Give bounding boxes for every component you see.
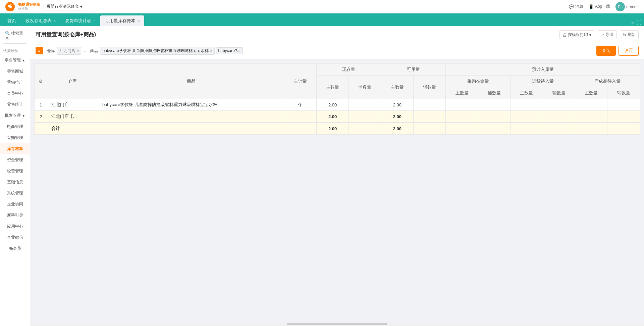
row2-available-main: 2.00 <box>381 111 413 123</box>
footer-product-aux <box>607 123 640 135</box>
topbar-right: 💬 消息 📱 App下载 Ea demo2 <box>569 2 639 11</box>
message-btn[interactable]: 💬 消息 <box>569 4 583 9</box>
export-icon: ↗ <box>601 33 604 37</box>
sidebar-item-ecommerce-mgmt[interactable]: 电商管理 <box>0 121 30 132</box>
sidebar-item-vip-member[interactable]: 畅会员 <box>0 243 30 254</box>
tab-receipt-summary-close[interactable]: × <box>54 19 56 23</box>
th-current-aux: 辅数量 <box>349 76 381 99</box>
settings-btn[interactable]: 设置 <box>619 46 639 56</box>
footer-product-main <box>575 123 607 135</box>
sidebar-item-enterprise-collab[interactable]: 企业协同 <box>0 199 30 210</box>
row2-current-main: 2.00 <box>316 111 348 123</box>
sidebar-item-operation-mgmt[interactable]: 经营管理 <box>0 166 30 177</box>
row2-inbound-aux <box>543 111 575 123</box>
row2-inbound-main <box>511 111 543 123</box>
th-current-main: 主数量 <box>316 76 348 99</box>
sidebar-item-inventory-check[interactable]: 库存核算 <box>0 143 30 154</box>
tab-available-stock-label: 可用量库存账本 <box>105 18 136 24</box>
table-header-row-1: ⚙ 仓库 商品 主计量 现存量 <box>35 64 640 76</box>
close-all-tabs-btn[interactable]: × <box>631 20 634 26</box>
quick-nav-label: 快捷导航 <box>0 46 30 55</box>
footer-purchase-aux <box>478 123 510 135</box>
row1-inbound-main <box>511 99 543 111</box>
search-menu-btn[interactable]: 🔍 搜索菜单 <box>3 29 27 44</box>
th-settings: ⚙ <box>35 64 47 99</box>
row1-purchase-main <box>446 99 478 111</box>
table-area: ⚙ 仓库 商品 主计量 现存量 <box>30 59 644 323</box>
tab-available-stock[interactable]: 可用量库存账本 × <box>100 15 144 26</box>
tab-receipt-summary-label: 收发存汇总表 <box>25 18 52 24</box>
sidebar-item-retail-mgmt[interactable]: 零售管理 ▲ <box>0 55 30 66</box>
industry-select[interactable]: 母婴行业演示账套 ▾ <box>44 3 85 10</box>
tab-order-stats[interactable]: 要货单统计表 × <box>60 15 100 26</box>
th-planned-inbound: 预计入库量 <box>446 64 640 76</box>
product-filter-label: 商品 <box>90 48 98 54</box>
warehouse-filter-label: 仓库 <box>47 48 55 54</box>
warehouse-more-btn[interactable]: ... <box>83 48 86 53</box>
th-available-main: 主数量 <box>381 76 413 99</box>
settings-icon[interactable]: ⚙ <box>39 79 43 84</box>
sidebar-item-member-center[interactable]: 会员中心 <box>0 88 30 99</box>
row1-inbound-aux <box>543 99 575 111</box>
refresh-btn[interactable]: ↻ 刷新 <box>620 30 639 39</box>
fullscreen-btn[interactable]: ⛶ <box>637 20 641 26</box>
horizontal-scrollbar[interactable] <box>30 323 644 326</box>
product-tags: babycare学饮杯 儿童防摔防撞吸管杯重力球吸嘴杯宝宝水杯 × babyca… <box>100 47 243 55</box>
export-btn[interactable]: ↗ 导出 <box>598 30 616 39</box>
th-inbound-pending: 进货待入量 <box>511 76 575 87</box>
sidebar-item-marketing[interactable]: 营销推广 <box>0 77 30 88</box>
product-tag-babycare[interactable]: babycare学饮杯 儿童防摔防撞吸管杯重力球吸嘴杯宝宝水杯 × <box>100 47 214 55</box>
chevron-down-icon: ▾ <box>589 33 591 37</box>
app-download-btn[interactable]: 📱 App下载 <box>589 4 610 9</box>
sidebar-item-retail-mall[interactable]: 零售商城 <box>0 66 30 77</box>
phone-icon: 📱 <box>589 4 594 9</box>
sidebar-item-app-center[interactable]: 应用中心 <box>0 221 30 232</box>
query-btn[interactable]: 查询 <box>596 46 616 56</box>
row1-index: 1 <box>35 99 47 111</box>
footer-label: 合计 <box>47 123 317 135</box>
scroll-thumb[interactable] <box>287 323 387 325</box>
page-title: 可用量查询(按仓库+商品) <box>36 31 96 38</box>
sidebar-item-finance-mgmt[interactable]: 资金管理 <box>0 154 30 166</box>
row2-index: 2 <box>35 111 47 123</box>
sidebar-item-purchase-mgmt[interactable]: 采购管理 <box>0 132 30 143</box>
tab-available-stock-close[interactable]: × <box>138 19 140 23</box>
sidebar-item-basic-info[interactable]: 基础信息 <box>0 177 30 188</box>
product-tag-babycare2[interactable]: babycare?... <box>216 47 243 54</box>
content-area: 可用量查询(按仓库+商品) 🖨 按模板打印 ▾ ↗ 导出 ↻ 刷新 <box>30 26 644 326</box>
tabbar: 首页 收发存汇总表 × 要货单统计表 × 可用量库存账本 × × ⛶ <box>0 13 644 26</box>
sidebar-item-system-mgmt[interactable]: 系统管理 <box>0 188 30 199</box>
row1-product: babycare学饮杯 儿童防摔防撞吸管杯重力球吸嘴杯宝宝水杯 <box>98 99 284 111</box>
data-table: ⚙ 仓库 商品 主计量 现存量 <box>34 63 640 135</box>
row2-unit <box>284 111 316 123</box>
warehouse-tag-close[interactable]: × <box>77 49 79 53</box>
tab-receipt-summary[interactable]: 收发存汇总表 × <box>21 15 60 26</box>
footer-current-aux <box>349 123 381 135</box>
user-area[interactable]: Ea demo2 <box>615 2 639 11</box>
sidebar-item-wholesale-mgmt[interactable]: 批发管理 ▼ <box>0 110 30 121</box>
th-inbound-aux: 辅数量 <box>543 87 575 99</box>
sidebar-item-retail-stats[interactable]: 零售统计 <box>0 99 30 110</box>
sidebar-search-area: 🔍 搜索菜单 <box>0 26 30 46</box>
table-footer-row: 合计 2.00 2.00 <box>35 123 640 135</box>
row2-product-aux <box>607 111 640 123</box>
printer-icon: 🖨 <box>562 33 567 37</box>
sidebar-item-new-guide[interactable]: 新手引导 <box>0 210 30 221</box>
print-template-btn[interactable]: 🖨 按模板打印 ▾ <box>559 30 594 39</box>
product-tag-babycare-close[interactable]: × <box>210 49 212 53</box>
app-name-line2: 标准版 <box>18 7 40 11</box>
row2-product-main <box>575 111 607 123</box>
row2-current-aux <box>349 111 381 123</box>
tab-home[interactable]: 首页 <box>3 15 21 26</box>
th-product-pending: 产成品待入量 <box>575 76 640 87</box>
th-available-aux: 辅数量 <box>414 76 446 99</box>
tab-order-stats-close[interactable]: × <box>93 19 95 23</box>
row1-current-main: 2.00 <box>316 99 348 111</box>
warehouse-tag-jiangbei[interactable]: 江北门店 × <box>57 47 81 55</box>
sidebar-item-enterprise-wechat[interactable]: 企业微信 <box>0 232 30 243</box>
table-footer: 合计 2.00 2.00 <box>35 123 640 135</box>
th-inbound-main: 主数量 <box>511 87 543 99</box>
expand-filter-btn[interactable]: » <box>36 47 43 54</box>
filter-area: » 仓库 江北门店 × ... 商品 babycare学饮杯 儿童防摔防撞吸管杯… <box>30 42 644 59</box>
footer-available-main: 2.00 <box>381 123 413 135</box>
